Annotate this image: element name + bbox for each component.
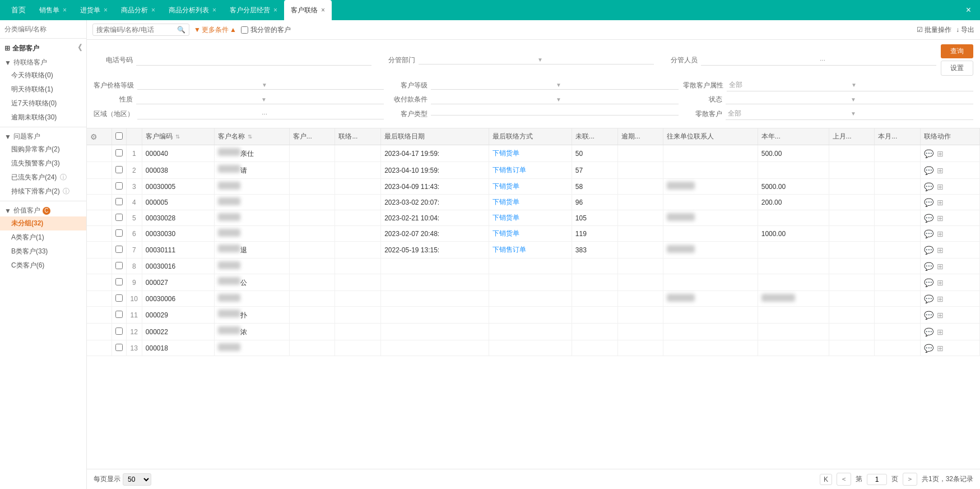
select-all-checkbox[interactable] (115, 132, 123, 140)
sidebar-item-today-pending[interactable]: 今天待联络(0) (0, 68, 86, 82)
message-icon[interactable]: 💬 (924, 294, 933, 303)
qr-icon[interactable]: ⊞ (937, 262, 944, 271)
message-icon[interactable]: 💬 (924, 166, 933, 175)
qr-icon[interactable]: ⊞ (937, 182, 944, 191)
row-checkbox[interactable] (115, 166, 123, 173)
payment-select[interactable]: ▼ (431, 95, 679, 104)
row-checkbox[interactable] (115, 278, 123, 285)
last-method-cell[interactable] (489, 307, 572, 324)
message-icon[interactable]: 💬 (924, 149, 933, 158)
category-search-input[interactable] (4, 25, 87, 33)
region-select[interactable]: ··· (137, 109, 384, 119)
row-checkbox[interactable] (115, 327, 123, 335)
home-tab[interactable]: 首页 (4, 5, 32, 15)
customer-type-select[interactable] (431, 113, 679, 116)
close-icon[interactable]: × (212, 6, 216, 14)
tab-product-analysis[interactable]: 商品分析 × (114, 0, 162, 20)
sidebar-item-declining[interactable]: 持续下滑客户(2) ⓘ (0, 184, 86, 199)
row-checkbox[interactable] (115, 344, 123, 351)
all-customers-header[interactable]: ⊞ 全部客户 《 (0, 39, 86, 56)
more-conditions-btn[interactable]: ▼ 更多条件 ▲ (194, 25, 236, 35)
message-icon[interactable]: 💬 (924, 262, 933, 271)
nature-select[interactable]: ▼ (136, 95, 384, 104)
page-size-select[interactable]: 50 100 200 (123, 473, 151, 486)
row-checkbox[interactable] (115, 182, 123, 190)
qr-icon[interactable]: ⊞ (937, 311, 944, 320)
message-icon[interactable]: 💬 (924, 182, 933, 191)
query-button[interactable]: 查询 (941, 44, 973, 58)
row-checkbox[interactable] (115, 262, 123, 269)
close-icon[interactable]: × (63, 6, 67, 14)
sidebar-item-class-b[interactable]: B类客户(33) (0, 245, 86, 259)
close-all-tabs[interactable]: × (962, 5, 976, 15)
phone-input[interactable] (136, 55, 371, 66)
row-checkbox[interactable] (115, 214, 123, 221)
qr-icon[interactable]: ⊞ (937, 229, 944, 238)
close-icon[interactable]: × (104, 6, 108, 14)
sidebar-item-class-c[interactable]: C类客户(6) (0, 259, 86, 273)
last-method-cell[interactable] (489, 324, 572, 340)
sparse-attr-select[interactable]: 全部 ▼ (727, 79, 973, 91)
message-icon[interactable]: 💬 (924, 198, 933, 207)
tab-product-analysis-list[interactable]: 商品分析列表 × (162, 0, 223, 20)
sidebar-item-ungroup[interactable]: 未分组(32) (0, 216, 86, 230)
message-icon[interactable]: 💬 (924, 229, 933, 238)
qr-icon[interactable]: ⊞ (937, 246, 944, 255)
last-method-cell[interactable]: 下销货单 (489, 145, 572, 162)
sparse-customer-select[interactable]: 全部 ▼ (726, 108, 973, 120)
page-input[interactable] (867, 474, 887, 485)
reset-button[interactable]: 设置 (941, 61, 973, 76)
search-input[interactable] (96, 26, 175, 34)
sidebar-item-week-pending[interactable]: 近7天待联络(0) (0, 96, 86, 110)
dept-select[interactable]: ▼ (419, 56, 654, 64)
qr-icon[interactable]: ⊞ (937, 344, 944, 353)
customer-tier-select[interactable]: ▼ (431, 81, 679, 90)
last-method-cell[interactable]: 下销货单 (489, 210, 572, 226)
sidebar-item-overdue-pending[interactable]: 逾期未联络(30) (0, 110, 86, 124)
tab-purchase-order[interactable]: 进货单 × (73, 0, 114, 20)
last-method-cell[interactable]: 下销售订单 (489, 162, 572, 179)
sidebar-item-tomorrow-pending[interactable]: 明天待联络(1) (0, 82, 86, 96)
last-method-cell[interactable]: 下销售订单 (489, 242, 572, 259)
qr-icon[interactable]: ⊞ (937, 327, 944, 336)
pagination-first-btn[interactable]: K (820, 474, 832, 485)
code-col-header[interactable]: 客户编码 ⇅ (142, 128, 214, 145)
message-icon[interactable]: 💬 (924, 311, 933, 320)
name-col-header[interactable]: 客户名称 ⇅ (214, 128, 289, 145)
tab-sales-order[interactable]: 销售单 × (32, 0, 73, 20)
last-method-cell[interactable]: 下销货单 (489, 179, 572, 195)
sidebar-item-churned[interactable]: 已流失客户(24) ⓘ (0, 170, 86, 184)
person-select[interactable]: ··· (701, 55, 936, 66)
pagination-prev-btn[interactable]: ＜ (837, 473, 851, 486)
price-tier-select[interactable]: ▼ (137, 81, 384, 90)
message-icon[interactable]: 💬 (924, 246, 933, 255)
row-checkbox[interactable] (115, 311, 123, 318)
row-checkbox[interactable] (115, 294, 123, 302)
last-method-cell[interactable] (489, 340, 572, 356)
settings-col-header[interactable]: ⚙ (87, 128, 112, 145)
row-checkbox[interactable] (115, 246, 123, 253)
status-select[interactable]: ▼ (726, 95, 973, 104)
sidebar-item-class-a[interactable]: A类客户(1) (0, 230, 86, 245)
message-icon[interactable]: 💬 (924, 278, 933, 287)
row-checkbox[interactable] (115, 229, 123, 237)
my-customers-checkbox[interactable] (241, 26, 248, 34)
row-checkbox[interactable] (115, 149, 123, 156)
dots-icon[interactable]: ··· (262, 110, 382, 118)
last-method-cell[interactable] (489, 274, 572, 291)
qr-icon[interactable]: ⊞ (937, 294, 944, 303)
tab-customer-contact[interactable]: 客户联络 × (284, 0, 332, 20)
last-method-cell[interactable]: 下销货单 (489, 195, 572, 210)
last-method-cell[interactable] (489, 291, 572, 307)
qr-icon[interactable]: ⊞ (937, 149, 944, 158)
last-method-cell[interactable] (489, 259, 572, 274)
close-icon[interactable]: × (273, 6, 277, 14)
qr-icon[interactable]: ⊞ (937, 166, 944, 175)
message-icon[interactable]: 💬 (924, 344, 933, 353)
dots-icon[interactable]: ··· (820, 56, 934, 64)
export-btn[interactable]: ↓ 导出 (956, 25, 974, 35)
qr-icon[interactable]: ⊞ (937, 278, 944, 287)
tab-customer-tier[interactable]: 客户分层经营 × (223, 0, 284, 20)
message-icon[interactable]: 💬 (924, 327, 933, 336)
close-icon[interactable]: × (151, 6, 155, 14)
